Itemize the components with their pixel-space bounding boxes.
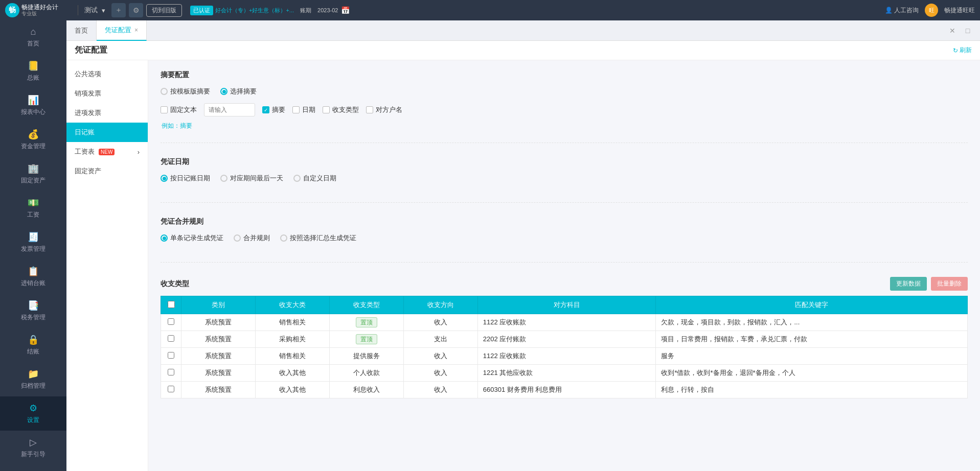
radio-merge[interactable]: 合并规则 xyxy=(234,233,270,243)
batch-delete-btn[interactable]: 批量删除 xyxy=(931,277,968,291)
sidebar-item-member[interactable]: ★ 畅会员 xyxy=(0,465,66,471)
checkbox-fixed-text[interactable]: 固定文本 xyxy=(161,105,197,114)
sidebar-item-close[interactable]: 🔒 结账 xyxy=(0,328,66,362)
sidebar-item-purchase[interactable]: 📋 进销台账 xyxy=(0,260,66,294)
sidebar-item-report[interactable]: 📊 报表中心 xyxy=(0,88,66,123)
row-checkbox[interactable] xyxy=(168,318,174,325)
checkbox-date[interactable]: 日期 xyxy=(292,105,315,114)
tab-voucher-config[interactable]: 凭证配置 × xyxy=(97,20,147,41)
nav-payroll[interactable]: 工资表 NEW › xyxy=(66,142,148,161)
sidebar: ⌂ 首页 📒 总账 📊 报表中心 💰 资金管理 🏢 固定资产 💵 工资 🧾 发票… xyxy=(0,20,66,471)
tab-home[interactable]: 首页 xyxy=(66,20,97,41)
cell-category: 系统预置 xyxy=(181,365,256,382)
sidebar-item-fund[interactable]: 💰 资金管理 xyxy=(0,123,66,157)
radio-summary-gen[interactable]: 按照选择汇总生成凭证 xyxy=(280,233,356,243)
cell-direction: 收入 xyxy=(403,348,477,365)
cell-type: 置顶 xyxy=(329,331,403,348)
nav-journal[interactable]: 日记账 xyxy=(66,123,148,142)
sidebar-item-guide[interactable]: ▷ 新手引导 xyxy=(0,431,66,465)
username[interactable]: 畅捷通旺旺 xyxy=(944,6,975,15)
checkbox-type[interactable]: 收支类型 xyxy=(323,105,359,114)
sidebar-item-salary[interactable]: 💵 工资 xyxy=(0,191,66,225)
summary-config-section: 摘要配置 按模板版摘要 选择摘要 xyxy=(161,70,968,143)
type-tag[interactable]: 置顶 xyxy=(356,334,377,344)
row-checkbox[interactable] xyxy=(168,369,174,375)
settings-btn[interactable]: ⚙ xyxy=(129,3,143,17)
radio-journal-date[interactable]: 按日记账日期 xyxy=(161,174,210,183)
header-divider xyxy=(78,5,78,15)
cell-direction: 收入 xyxy=(403,314,477,331)
cell-checkbox xyxy=(161,348,181,365)
voucher-date-section: 凭证日期 按日记账日期 对应期间最后一天 自定义日期 xyxy=(161,157,968,203)
config-area: 摘要配置 按模板版摘要 选择摘要 xyxy=(148,60,980,471)
select-all-checkbox[interactable] xyxy=(168,301,175,308)
left-nav: 公共选项 销项发票 进项发票 日记账 工资表 NEW › xyxy=(66,60,148,471)
update-data-btn[interactable]: 更新数据 xyxy=(890,277,927,291)
nav-purchase-inv[interactable]: 进项发票 xyxy=(66,103,148,123)
radio-period-last[interactable]: 对应期间最后一天 xyxy=(220,174,283,183)
invoice-icon: 🧾 xyxy=(28,231,39,243)
nav-sales[interactable]: 销项发票 xyxy=(66,84,148,103)
window-expand-btn[interactable]: □ xyxy=(962,25,974,37)
cell-keywords: 利息，行转，按自 xyxy=(656,382,968,398)
cell-account: 1122 应收账款 xyxy=(477,348,656,365)
calendar-icon[interactable]: 📅 xyxy=(341,6,350,14)
checkbox-summary[interactable]: ✓ 摘要 xyxy=(262,105,285,114)
logo-area: 畅 畅捷通好会计 专业版 xyxy=(5,3,72,17)
cell-checkbox xyxy=(161,314,181,331)
radio-template[interactable]: 按模板版摘要 xyxy=(161,87,210,96)
avatar: 旺 xyxy=(925,4,938,17)
summary-title: 摘要配置 xyxy=(161,70,968,80)
row-checkbox[interactable] xyxy=(168,386,174,392)
sidebar-item-archive[interactable]: 📁 归档管理 xyxy=(0,362,66,396)
sidebar-item-invoice[interactable]: 🧾 发票管理 xyxy=(0,225,66,260)
nav-public[interactable]: 公共选项 xyxy=(66,64,148,84)
salary-icon: 💵 xyxy=(28,197,39,208)
type-tag[interactable]: 置顶 xyxy=(356,317,377,327)
table-row: 系统预置 销售相关 提供服务 收入 1122 应收账款 服务 xyxy=(161,348,968,365)
row-checkbox[interactable] xyxy=(168,335,174,342)
cell-direction: 收入 xyxy=(403,365,477,382)
sidebar-item-tax[interactable]: 📑 税务管理 xyxy=(0,294,66,328)
window-close-btn[interactable]: ✕ xyxy=(946,25,959,37)
radio-journal-date-circle xyxy=(161,175,168,182)
th-checkbox xyxy=(161,296,181,314)
row-checkbox[interactable] xyxy=(168,352,174,359)
tab-close-btn[interactable]: × xyxy=(134,27,138,34)
nav-fixed-asset[interactable]: 固定资产 xyxy=(66,161,148,181)
merge-rules-title: 凭证合并规则 xyxy=(161,217,968,226)
support-btn[interactable]: 👤 人工咨询 xyxy=(885,6,919,15)
cell-keywords: 服务 xyxy=(656,348,968,365)
cell-category: 系统预置 xyxy=(181,314,256,331)
checkbox-counterparty[interactable]: 对方户名 xyxy=(366,105,402,114)
radio-circle-template xyxy=(161,88,168,95)
refresh-btn[interactable]: ↻ 刷新 xyxy=(953,46,972,55)
table-row: 系统预置 采购相关 置顶 支出 2202 应付账款 项目，日常费用，报销款，车费… xyxy=(161,331,968,348)
period-label: 账期 xyxy=(300,7,311,14)
main-layout: ⌂ 首页 📒 总账 📊 报表中心 💰 资金管理 🏢 固定资产 💵 工资 🧾 发票… xyxy=(0,20,980,471)
radio-single-circle xyxy=(161,234,168,242)
sidebar-item-home[interactable]: ⌂ 首页 xyxy=(0,20,66,54)
header-tags: 已认证 好会计（专）+好生意（标）+... 账期 2023-02 📅 xyxy=(190,6,350,15)
sidebar-item-asset[interactable]: 🏢 固定资产 xyxy=(0,157,66,191)
checkbox-summary-box: ✓ xyxy=(262,106,269,113)
toolbar-right: ✕ □ xyxy=(147,25,980,37)
fixed-text-input[interactable] xyxy=(204,103,255,116)
switch-version-btn[interactable]: 切到旧版 xyxy=(146,4,182,17)
sidebar-item-settings[interactable]: ⚙ 设置 xyxy=(0,396,66,431)
company-dropdown[interactable]: ▾ xyxy=(102,7,105,14)
th-category: 类别 xyxy=(181,296,256,314)
radio-custom-date[interactable]: 自定义日期 xyxy=(293,174,336,183)
radio-select[interactable]: 选择摘要 xyxy=(220,87,257,96)
cell-account: 660301 财务费用 利息费用 xyxy=(477,382,656,398)
cell-category: 系统预置 xyxy=(181,348,256,365)
cell-type: 提供服务 xyxy=(329,348,403,365)
th-keywords: 匹配关键字 xyxy=(656,296,968,314)
top-header: 畅 畅捷通好会计 专业版 测试 ▾ ＋ ⚙ 切到旧版 已认证 好会计（专）+好生… xyxy=(0,0,980,20)
logo-text: 畅捷通好会计 专业版 xyxy=(21,4,58,17)
checkbox-fixed-text-box xyxy=(161,106,168,113)
add-btn[interactable]: ＋ xyxy=(111,3,126,17)
radio-single[interactable]: 单条记录生成凭证 xyxy=(161,233,223,243)
radio-summary-gen-circle xyxy=(280,234,287,242)
sidebar-item-ledger[interactable]: 📒 总账 xyxy=(0,54,66,88)
